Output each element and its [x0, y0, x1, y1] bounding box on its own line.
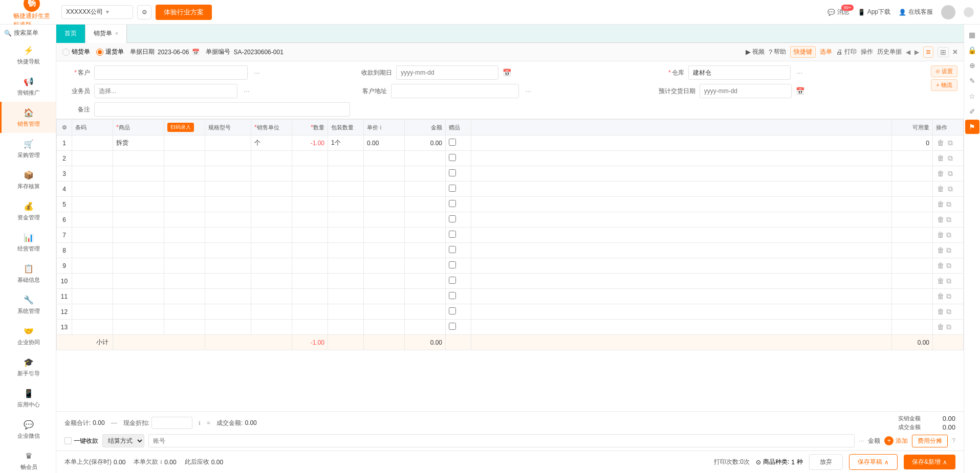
salesperson-dots-btn[interactable]: ···	[242, 87, 252, 95]
row-pkgqty-1[interactable]: 1个	[328, 136, 364, 151]
row-copy-icon-9[interactable]: ⧉	[946, 261, 951, 269]
nav-prev-icon[interactable]: ◀	[906, 49, 910, 56]
sidebar-item-vip[interactable]: ♛ 畅会员	[0, 445, 56, 473]
sidebar-item-enterprise-wechat[interactable]: 💬 企业微信	[0, 414, 56, 445]
operation-button[interactable]: 操作	[861, 48, 873, 56]
cash-discount-input[interactable]	[151, 417, 192, 429]
row-copy-icon-4[interactable]: ⧉	[948, 185, 953, 193]
row-price-2[interactable]	[364, 151, 405, 166]
customer-addr-dots-btn[interactable]: ···	[523, 87, 533, 95]
row-spec-4[interactable]	[205, 182, 251, 197]
customer-addr-input[interactable]	[391, 84, 519, 98]
sidebar-item-operations[interactable]: 📊 经营管理	[0, 227, 56, 258]
row-delete-icon-1[interactable]: 🗑	[937, 139, 944, 147]
video-button[interactable]: ▶ 视频	[746, 48, 765, 56]
save-new-button[interactable]: 保存&新增 ∧	[904, 455, 955, 469]
row-delete-icon-5[interactable]: 🗑	[937, 200, 944, 208]
row-delete-icon-12[interactable]: 🗑	[937, 307, 944, 316]
row-qty-1[interactable]: -1.00	[292, 136, 328, 151]
row-delete-icon-6[interactable]: 🗑	[937, 215, 944, 223]
right-panel-icon-6[interactable]: ✐	[965, 104, 979, 119]
expense-info-icon[interactable]: ?	[952, 437, 955, 444]
note-input[interactable]	[94, 102, 350, 117]
radio-sales-order[interactable]: 销货单	[62, 48, 90, 56]
account-dots-btn[interactable]: ···	[859, 437, 864, 444]
row-delete-icon-2[interactable]: 🗑	[937, 154, 944, 162]
right-panel-icon-7[interactable]: ⚑	[965, 120, 979, 134]
salesperson-input[interactable]	[94, 84, 237, 98]
row-product-4[interactable]	[113, 182, 164, 197]
warehouse-dots-btn[interactable]: ···	[795, 69, 805, 77]
sidebar-item-quick-nav[interactable]: ⚡ 快捷导航	[0, 39, 56, 71]
product-type-selector[interactable]: ⊙ 商品种类: 1 种	[756, 458, 803, 466]
search-menu-button[interactable]: 🔍 搜索菜单	[0, 25, 56, 39]
calendar-icon[interactable]: 📅	[192, 49, 200, 56]
sidebar-item-purchase[interactable]: 🛒 采购管理	[0, 133, 56, 164]
row-copy-icon-8[interactable]: ⧉	[946, 246, 951, 254]
abandon-button[interactable]: 放弃	[809, 454, 843, 470]
sidebar-item-sales[interactable]: 🏠 销售管理	[0, 102, 56, 133]
expense-split-btn[interactable]: 费用分摊	[912, 435, 948, 447]
trial-button[interactable]: 体验行业方案	[156, 5, 212, 20]
add-button[interactable]: +	[884, 436, 894, 445]
help-button[interactable]: ? 帮助	[769, 48, 786, 56]
sidebar-item-inventory[interactable]: 📦 库存核算	[0, 164, 56, 195]
print-button[interactable]: 🖨 打印	[836, 48, 857, 56]
row-barcode-4[interactable]	[72, 182, 113, 197]
row-barcode-2[interactable]	[72, 151, 113, 166]
radio-return-order[interactable]: 退货单	[96, 48, 124, 56]
view-list-icon[interactable]: ≡	[923, 47, 933, 58]
row-copy-icon-5[interactable]: ⧉	[946, 200, 951, 208]
settings-button[interactable]: ⚙	[137, 5, 151, 19]
sidebar-item-basic[interactable]: 📋 基础信息	[0, 258, 56, 289]
message-button[interactable]: 💬 消息 99+	[827, 8, 850, 16]
row-price-1[interactable]: 0.00	[364, 136, 405, 151]
row-barcode-1[interactable]	[72, 136, 113, 151]
row-delete-icon-8[interactable]: 🗑	[937, 246, 944, 254]
row-qty-2[interactable]	[292, 151, 328, 166]
close-form-button[interactable]: ×	[953, 48, 957, 57]
right-panel-icon-1[interactable]: ▦	[965, 28, 979, 42]
row-delete-icon-9[interactable]: 🗑	[937, 261, 944, 269]
right-panel-icon-4[interactable]: ✎	[965, 74, 979, 88]
due-date-calendar-icon[interactable]: 📅	[503, 69, 511, 77]
sidebar-item-enterprise[interactable]: 🤝 企业协同	[0, 320, 56, 351]
row-copy-icon-6[interactable]: ⧉	[946, 215, 951, 223]
history-button[interactable]: 历史单据	[877, 48, 902, 56]
row-copy-icon-1[interactable]: ⧉	[948, 139, 953, 147]
tab-home[interactable]: 首页	[56, 25, 85, 43]
row-unit-3[interactable]	[251, 166, 292, 182]
settings-float-btn[interactable]: ⊙ 设置	[931, 65, 957, 77]
shortcut-button[interactable]: 快捷键	[790, 46, 816, 58]
row-gift-1[interactable]	[446, 136, 471, 151]
row-delete-icon-4[interactable]: 🗑	[937, 185, 944, 193]
row-pkgqty-3[interactable]	[328, 166, 364, 182]
row-amount-4[interactable]	[405, 182, 446, 197]
date-value[interactable]: 2023-06-06	[158, 49, 189, 56]
row-gift-2[interactable]	[446, 151, 471, 166]
doc-no-value[interactable]: SA-20230606-001	[233, 49, 283, 56]
row-pkgqty-2[interactable]	[328, 151, 364, 166]
sidebar-item-newbie[interactable]: 🎓 新手引导	[0, 351, 56, 382]
discount-info-icon[interactable]: ℹ	[199, 420, 201, 426]
account-input[interactable]	[148, 434, 855, 447]
row-gift-4[interactable]	[446, 182, 471, 197]
scan-btn[interactable]: 扫码录入	[167, 123, 194, 132]
row-spec-2[interactable]	[205, 151, 251, 166]
row-delete-icon-3[interactable]: 🗑	[937, 169, 944, 177]
row-price-4[interactable]	[364, 182, 405, 197]
customer-dots-btn[interactable]: ···	[252, 69, 262, 77]
right-panel-icon-2[interactable]: 🔒	[965, 43, 979, 57]
view-grid-icon[interactable]: ⊞	[938, 47, 949, 57]
row-qty-3[interactable]	[292, 166, 328, 182]
row-product-2[interactable]	[113, 151, 164, 166]
customer-input[interactable]	[94, 65, 248, 80]
one-click-pay-checkbox[interactable]: 一键收款	[64, 437, 98, 445]
company-selector[interactable]: XXXXXX公司 ▼	[61, 5, 133, 19]
sidebar-item-marketing[interactable]: 📢 营销推广	[0, 71, 56, 102]
row-amount-3[interactable]	[405, 166, 446, 182]
avatar2[interactable]	[964, 7, 974, 17]
row-qty-4[interactable]	[292, 182, 328, 197]
row-copy-icon-2[interactable]: ⧉	[948, 154, 953, 162]
arrears-info-icon[interactable]: ℹ	[160, 459, 162, 465]
